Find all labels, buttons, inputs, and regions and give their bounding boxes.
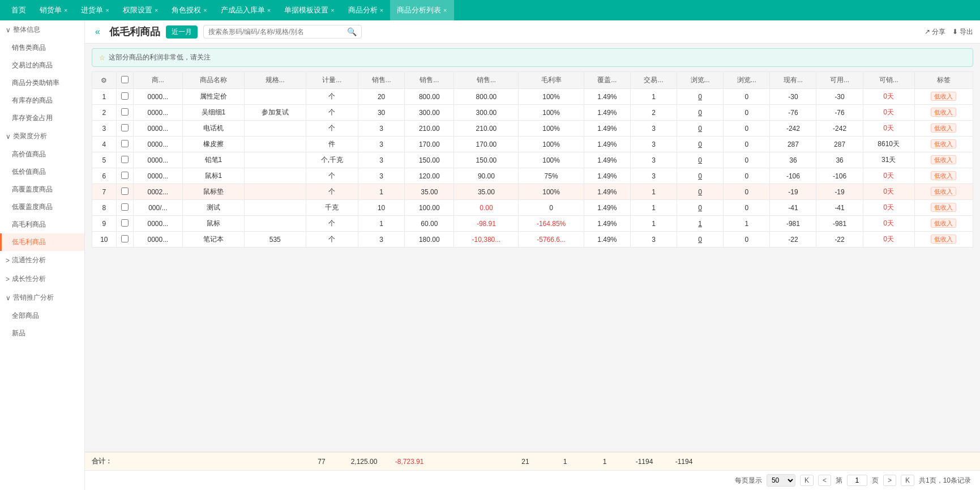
sidebar-item-stock-capital[interactable]: 库存资金占用 (0, 109, 84, 127)
export-button[interactable]: ⬇ 导出 (952, 27, 973, 37)
row-view1-cell[interactable]: 0 (677, 121, 724, 137)
row-view1-cell[interactable]: 0 (677, 168, 724, 184)
alert-text: 这部分商品的利润非常低，请关注 (109, 53, 211, 62)
row-name-cell: 鼠标 (182, 216, 244, 232)
col-spec-header: 规格... (244, 72, 306, 89)
sidebar-item-high-coverage[interactable]: 高覆盖度商品 (0, 181, 84, 198)
tag-badge: 低收入 (931, 139, 956, 148)
row-coverage-cell: 1.49% (584, 200, 630, 216)
nav-roles-close[interactable]: × (203, 7, 207, 14)
sidebar-item-in-stock[interactable]: 有库存的商品 (0, 92, 84, 109)
sidebar-item-all-products[interactable]: 全部商品 (0, 307, 84, 325)
prev-page-button[interactable]: < (818, 475, 831, 486)
first-page-button[interactable]: K (800, 475, 814, 486)
row-unit-cell: 个 (306, 216, 358, 232)
table-row: 10 0000... 笔记本 535 个 3 180.00 -10,380...… (92, 232, 973, 248)
table-row: 4 0000... 橡皮擦 件 3 170.00 170.00 100% 1.4… (92, 137, 973, 152)
row-checkbox-cell[interactable] (116, 184, 133, 200)
row-checkbox-cell[interactable] (116, 105, 133, 121)
nav-permissions[interactable]: 权限设置 × (116, 0, 165, 20)
page-number-input[interactable] (847, 475, 867, 486)
sidebar-collapse-button[interactable]: « (92, 27, 104, 37)
nav-product-entry-close[interactable]: × (267, 7, 271, 14)
row-view1-cell[interactable]: 0 (677, 200, 724, 216)
row-sales-amount-cell: 800.00 (454, 89, 519, 105)
nav-home[interactable]: 首页 (5, 0, 33, 20)
row-checkbox[interactable] (121, 203, 129, 211)
row-checkbox[interactable] (121, 235, 129, 242)
select-all-checkbox[interactable] (121, 76, 129, 83)
sidebar-group-marketing[interactable]: ∨ 营销推广分析 (0, 288, 84, 307)
search-box[interactable]: 🔍 (203, 25, 362, 39)
col-gross-rate-header: 毛利率 (519, 72, 584, 89)
row-checkbox[interactable] (121, 140, 129, 147)
row-checkbox-cell[interactable] (116, 121, 133, 137)
row-checkbox-cell[interactable] (116, 89, 133, 105)
row-checkbox-cell[interactable] (116, 152, 133, 168)
nav-purchase-close[interactable]: × (105, 7, 109, 14)
time-filter-button[interactable]: 近一月 (166, 25, 198, 39)
sidebar-group-overview[interactable]: ∨ 整体信息 (0, 20, 84, 39)
page-size-select[interactable]: 50 100 200 (767, 474, 795, 487)
row-checkbox[interactable] (121, 124, 129, 131)
row-checkbox[interactable] (121, 172, 129, 179)
last-page-button[interactable]: K (901, 475, 914, 486)
row-checkbox-cell[interactable] (116, 232, 133, 248)
sidebar-item-low-value[interactable]: 低价值商品 (0, 163, 84, 181)
row-checkbox[interactable] (121, 219, 129, 227)
nav-roles[interactable]: 角色授权 × (165, 0, 213, 20)
sidebar-item-high-margin[interactable]: 高毛利商品 (0, 216, 84, 233)
sidebar-group-liquidity[interactable]: > 流通性分析 (0, 251, 84, 270)
sidebar-item-low-margin[interactable]: 低毛利商品 (0, 233, 84, 251)
row-view1-cell[interactable]: 0 (677, 232, 724, 248)
nav-permissions-close[interactable]: × (155, 7, 158, 14)
search-input[interactable] (208, 28, 347, 36)
main-content: « 低毛利商品 近一月 🔍 ↗ 分享 ⬇ 导出 ☆ 这部分商品的利润非常低， (85, 20, 980, 490)
sidebar-item-new-products[interactable]: 新品 (0, 325, 84, 342)
row-view1-cell[interactable]: 1 (677, 216, 724, 232)
row-coverage-cell: 1.49% (584, 168, 630, 184)
sidebar-item-sales-products[interactable]: 销售类商品 (0, 39, 84, 57)
sidebar-item-category-rate[interactable]: 商品分类助销率 (0, 74, 84, 92)
nav-product-entry[interactable]: 产成品入库单 × (214, 0, 277, 20)
row-code-cell: 0000... (133, 121, 182, 137)
row-view1-cell[interactable]: 0 (677, 184, 724, 200)
row-view1-cell[interactable]: 0 (677, 105, 724, 121)
nav-sales[interactable]: 销货单 × (33, 0, 74, 20)
row-view1-cell[interactable]: 0 (677, 152, 724, 168)
col-select-all[interactable] (116, 72, 133, 89)
col-settings[interactable]: ⚙ (92, 72, 117, 89)
row-trade-cell: 1 (630, 216, 677, 232)
next-page-button[interactable]: > (883, 475, 896, 486)
row-checkbox[interactable] (121, 188, 129, 195)
share-button[interactable]: ↗ 分享 (925, 27, 945, 37)
sidebar-item-traded-products[interactable]: 交易过的商品 (0, 57, 84, 74)
sidebar-group-cluster[interactable]: ∨ 类聚度分析 (0, 127, 84, 146)
row-checkbox-cell[interactable] (116, 216, 133, 232)
nav-product-analysis-close[interactable]: × (380, 7, 383, 14)
row-checkbox-cell[interactable] (116, 200, 133, 216)
row-checkbox[interactable] (121, 92, 129, 100)
nav-template[interactable]: 单据模板设置 × (277, 0, 341, 20)
row-sales-qty-cell: 1 (358, 184, 405, 200)
sidebar-item-high-value[interactable]: 高价值商品 (0, 146, 84, 163)
nav-sales-close[interactable]: × (64, 7, 67, 14)
sidebar-group-growth[interactable]: > 成长性分析 (0, 270, 84, 288)
row-checkbox-cell[interactable] (116, 168, 133, 184)
row-view1-cell[interactable]: 0 (677, 137, 724, 152)
row-sales-price-cell: 170.00 (405, 137, 454, 152)
row-checkbox-cell[interactable] (116, 137, 133, 152)
nav-product-analysis[interactable]: 商品分析 × (341, 0, 390, 20)
nav-purchase[interactable]: 进货单 × (74, 0, 115, 20)
row-gross-rate-cell: 100% (519, 121, 584, 137)
row-current-cell: 287 (770, 137, 816, 152)
row-checkbox[interactable] (121, 108, 129, 116)
arrow-icon: > (6, 275, 10, 283)
nav-template-close[interactable]: × (331, 7, 334, 14)
nav-product-analysis-list-close[interactable]: × (443, 7, 447, 14)
row-checkbox[interactable] (121, 156, 129, 163)
sidebar-item-low-coverage[interactable]: 低覆盖度商品 (0, 198, 84, 216)
nav-product-analysis-list[interactable]: 商品分析列表 × (390, 0, 453, 20)
col-view2-header: 浏览... (724, 72, 770, 89)
row-view1-cell[interactable]: 0 (677, 89, 724, 105)
